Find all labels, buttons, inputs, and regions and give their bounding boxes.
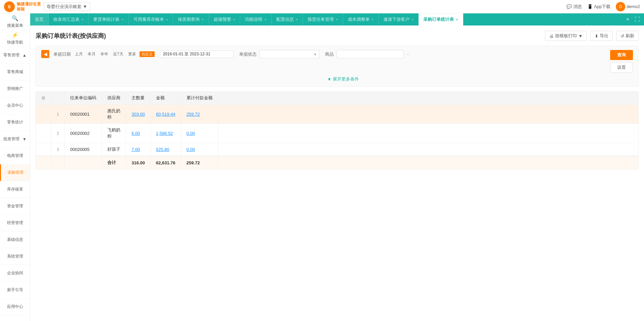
td-no: 2	[51, 124, 65, 143]
date-shortcut-prev-month[interactable]: 上月	[73, 51, 84, 58]
page-title: 采购订单统计表(按供应商)	[36, 32, 106, 40]
tab-home[interactable]: 首页	[30, 13, 49, 25]
sidebar-item-operations[interactable]: 经营管理	[0, 215, 30, 231]
date-shortcuts: 上月 本月 本年 近7天 更多 自定义	[73, 51, 155, 58]
sidebar-item-inventory[interactable]: 库存核算	[0, 181, 30, 198]
sidebar-item-basic[interactable]: 基础信息	[0, 231, 30, 248]
close-tab-button[interactable]: ×	[625, 16, 631, 22]
date-shortcut-this-year[interactable]: 本年	[99, 51, 110, 58]
goods-more-icon[interactable]: ···	[406, 52, 410, 57]
query-button[interactable]: 查询	[610, 50, 633, 60]
th-paid-amount: 累计付款金额	[181, 92, 218, 105]
td-supplier: 飞鹤奶粉	[102, 124, 126, 143]
sidebar-item-finance[interactable]: 资金管理	[0, 198, 30, 215]
tab-close-icon[interactable]: ×	[121, 17, 123, 21]
sidebar-item-label: 基础信息	[7, 237, 23, 243]
sidebar-item-label: 电商管理	[7, 153, 23, 159]
export-button[interactable]: ⬇ 导出	[590, 31, 613, 41]
goods-input[interactable]	[336, 50, 404, 58]
date-filter-item: 单据日期 上月 本月 本年 近7天 更多 自定义	[53, 51, 155, 58]
tab-purchase-stats[interactable]: 采购订单统计表 ×	[419, 13, 463, 25]
sidebar-item-label: 营销推广	[7, 86, 23, 92]
sidebar-item-retail-stats[interactable]: 零售统计	[0, 114, 30, 131]
sidebar-item-system[interactable]: 系统管理	[0, 248, 30, 265]
sidebar-item-label: 批发管理	[3, 136, 19, 142]
sidebar-item-retail-shop[interactable]: 零售商城	[0, 64, 30, 81]
sidebar-item-retail[interactable]: 零售管理 ▲	[0, 47, 30, 64]
tab-close-icon[interactable]: ×	[456, 17, 458, 21]
tab-close-icon[interactable]: ×	[336, 17, 338, 21]
user-avatar-area[interactable]: D demo2	[616, 2, 640, 11]
tab-close-icon[interactable]: ×	[202, 17, 204, 21]
sidebar-item-purchase[interactable]: 采购管理	[0, 164, 30, 181]
sidebar-item-search[interactable]: 🔍 搜索菜单	[0, 13, 30, 30]
expand-more-button[interactable]: ▼ 展开更多条件	[53, 76, 633, 82]
sidebar-item-wholesale[interactable]: 批发管理 ▼	[0, 131, 30, 148]
top-bar: 6 畅捷通好生意 标版 母婴行业演示账套 ▼ 💬 消息 📱 App下载 D de…	[0, 0, 644, 13]
sidebar-item-shortcut[interactable]: ⚡ 快捷导航	[0, 30, 30, 47]
sidebar-item-wechat[interactable]: 企业微信	[0, 315, 30, 321]
sidebar-item-label: 搜索菜单	[7, 23, 23, 29]
tab-label: 要货单统计表	[93, 16, 119, 22]
date-custom-badge: 自定义	[140, 51, 155, 57]
content-area: 首页 收发存汇总表 × 要货单统计表 × 可用量库存账本 × 保质期查询 × 超…	[30, 13, 644, 321]
th-amount: 金额	[151, 92, 181, 105]
tab-close-icon[interactable]: ×	[412, 17, 414, 21]
td-amount: 1,586.52	[151, 124, 181, 143]
sidebar-item-ecommerce[interactable]: 电商管理	[0, 148, 30, 164]
tab-label: 超储预警	[214, 16, 231, 22]
th-supplier: 供应商	[102, 92, 126, 105]
workspace-selector[interactable]: 母婴行业演示账套 ▼	[44, 2, 90, 11]
status-select[interactable]	[259, 50, 320, 58]
tab-close-icon[interactable]: ×	[372, 17, 374, 21]
tab-goods-stats[interactable]: 要货单统计表 ×	[89, 13, 128, 25]
td-supplier: 惠氏奶粉	[102, 105, 126, 124]
tab-cost-adjust[interactable]: 成本调整单 ×	[343, 13, 379, 25]
tab-inventory-book[interactable]: 可用量库存账本 ×	[129, 13, 173, 25]
date-shortcut-7days[interactable]: 近7天	[112, 51, 125, 58]
app-download-button[interactable]: 📱 App下载	[587, 4, 610, 10]
tab-expiry-query[interactable]: 保质期查询 ×	[173, 13, 209, 25]
sidebar-item-app-center[interactable]: 应用中心	[0, 299, 30, 315]
tab-function-desc[interactable]: 功能说明 ×	[240, 13, 271, 25]
tab-label: 可用量库存账本	[133, 16, 164, 22]
tab-close-icon[interactable]: ×	[166, 17, 168, 21]
tab-close-icon[interactable]: ×	[296, 17, 298, 21]
column-settings-icon[interactable]: ⚙	[41, 95, 46, 101]
tab-receivable[interactable]: 收发存汇总表 ×	[49, 13, 89, 25]
print-button[interactable]: 🖨 按模板打印 ▼	[545, 31, 587, 41]
sidebar-item-newbie[interactable]: 新手引导	[0, 282, 30, 299]
tab-config[interactable]: 配置信息 ×	[272, 13, 303, 25]
sidebar-item-label: 企业协同	[7, 270, 23, 276]
sidebar-item-marketing[interactable]: 营销推广	[0, 81, 30, 97]
date-shortcut-more[interactable]: 更多	[127, 51, 138, 58]
date-shortcut-this-month[interactable]: 本月	[86, 51, 97, 58]
tab-close-icon[interactable]: ×	[233, 17, 235, 21]
td-paid-amount: 0.00	[181, 143, 218, 156]
maximize-button[interactable]: ⛶	[633, 16, 641, 22]
tab-close-icon[interactable]: ×	[82, 17, 84, 21]
message-icon: 💬	[567, 4, 572, 9]
page-header: 采购订单统计表(按供应商) 🖨 按模板打印 ▼ ⬇ 导出 ↺	[36, 31, 639, 41]
refresh-icon: ↺	[621, 34, 624, 39]
sidebar-item-label: 经营管理	[7, 220, 23, 226]
tab-invite-downstream[interactable]: 邀请下游客户 ×	[379, 13, 419, 25]
avatar: D	[616, 2, 625, 11]
nav-tabs: 首页 收发存汇总表 × 要货单统计表 × 可用量库存账本 × 保质期查询 × 超…	[30, 13, 644, 25]
refresh-button[interactable]: ↺ 刷新	[616, 31, 639, 41]
td-main-qty: 6.00	[126, 124, 151, 143]
tab-overstock[interactable]: 超储预警 ×	[209, 13, 240, 25]
tab-picking[interactable]: 拣货任务管理 ×	[303, 13, 343, 25]
page-content: 采购订单统计表(按供应商) 🖨 按模板打印 ▼ ⬇ 导出 ↺	[30, 25, 644, 321]
sidebar-item-member[interactable]: 会员中心	[0, 97, 30, 114]
tab-close-icon[interactable]: ×	[264, 17, 266, 21]
message-button[interactable]: 💬 消息	[567, 4, 582, 10]
download-icon: 📱	[587, 4, 593, 9]
date-range-input[interactable]	[160, 51, 234, 58]
goods-filter-label: 商品	[325, 51, 334, 57]
td-unit-code: 00020002	[65, 124, 102, 143]
filter-toggle-button[interactable]: ◀	[41, 50, 49, 58]
status-filter-label: 单据状态	[239, 51, 257, 57]
setting-button[interactable]: 设置	[610, 62, 633, 73]
sidebar-item-enterprise[interactable]: 企业协同	[0, 265, 30, 282]
